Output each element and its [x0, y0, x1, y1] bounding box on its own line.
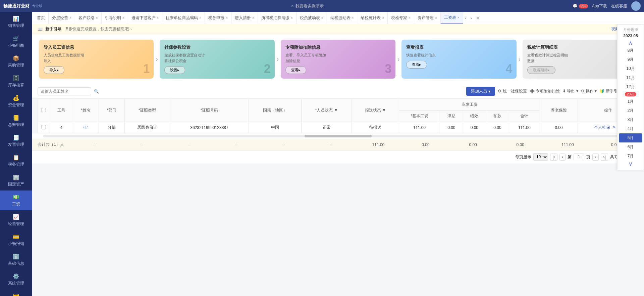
select-all-checkbox[interactable] [42, 108, 46, 112]
search-icon[interactable]: 🔍 [94, 89, 99, 94]
step1-title: 导入员工资信息 [44, 44, 149, 50]
month-item-6[interactable]: 6月 [619, 142, 642, 152]
user-avatar[interactable] [631, 1, 641, 11]
table-footer: 会计共（1）人 -- -- -- -- -- -- 111.00 0.00 0.… [32, 139, 644, 150]
month-item-3[interactable]: 3月 [619, 115, 642, 124]
tab-guide-intro[interactable]: 引导说明 × [102, 12, 128, 24]
tab-home[interactable]: 首页 [34, 12, 49, 24]
action-social-insurance[interactable]: ⚙ 统一社保设置 [498, 88, 527, 94]
tab-close-expert[interactable]: × [409, 16, 411, 20]
tab-close-payroll[interactable]: × [458, 16, 460, 19]
month-item-1[interactable]: 1月 [619, 97, 642, 106]
step1-btn[interactable]: 导入▸ [44, 66, 64, 74]
month-item-2[interactable]: 2月 [619, 106, 642, 115]
per-page-select[interactable]: 10 20 50 [533, 153, 548, 161]
month-prev-btn[interactable]: ∧ [629, 40, 633, 46]
tab-close-all-btn[interactable]: ✕ [474, 14, 481, 22]
tab-asset-mgmt[interactable]: 资产管理 × [414, 12, 441, 24]
app-download-link[interactable]: App下载 [592, 3, 607, 9]
tab-close-tax[interactable]: × [226, 16, 228, 20]
tab-tax-stats[interactable]: 纳税统计表 × [357, 12, 388, 24]
horizontal-scrollbar[interactable] [43, 135, 633, 137]
operations-icon: 📈 [13, 214, 19, 220]
tab-income-tax[interactable]: 所得税汇算清缴 × [258, 12, 297, 24]
row-performance: 0.00 [463, 122, 486, 133]
month-item-4[interactable]: 4月 [619, 124, 642, 133]
tab-customer[interactable]: 客户联络 × [75, 12, 102, 24]
sidebar-item-system[interactable]: ⚙️ 系统管理 [0, 270, 32, 290]
tab-tax-burden[interactable]: 税负波动表 × [297, 12, 327, 24]
step4-btn[interactable]: 查看▸ [406, 61, 427, 69]
tab-goods-code[interactable]: 往来单位商品编码 × [162, 12, 205, 24]
tab-close-asset[interactable]: × [435, 16, 437, 20]
sidebar-item-ecommerce[interactable]: 🛒 小畅电商 [0, 32, 32, 52]
action-operations[interactable]: ⚙ 操作 ▾ [581, 88, 597, 94]
month-item-8[interactable]: 8月 [619, 46, 642, 55]
purchase-icon: 📦 [13, 55, 19, 61]
tab-close-goods[interactable]: × [199, 16, 201, 20]
tab-invite[interactable]: 邀请下游客户 × [128, 12, 163, 24]
tab-next-btn[interactable]: › [469, 14, 474, 22]
add-staff-button[interactable]: 添加人员 ▾ [466, 87, 495, 96]
tab-close-income[interactable]: × [291, 16, 293, 20]
sidebar-item-basic-info[interactable]: ℹ️ 基础信息 [0, 250, 32, 270]
tab-tax-expert[interactable]: 税检专家 × [388, 12, 414, 24]
sidebar-item-cooperation[interactable]: 🤝 企业协同 [0, 290, 32, 296]
page-content: 📖 新手引导 5步快速完成设置，快去完善信息吧～ 视频 帮助 ✕ 导入员工资信息… [32, 24, 644, 296]
sidebar-item-purchase[interactable]: 📦 采购管理 [0, 52, 32, 72]
sidebar-item-invoice[interactable]: 🧾 发票管理 [0, 131, 32, 151]
month-item-10[interactable]: 10月 [619, 64, 642, 73]
tab-close-stats[interactable]: × [382, 16, 384, 20]
page-last-btn[interactable]: ›| [601, 154, 608, 161]
sidebar-item-reimbursement[interactable]: 💳 小畅报销 [0, 230, 32, 250]
action-personal-insurance[interactable]: 个人社保 [594, 125, 610, 130]
tab-close-layered[interactable]: × [69, 16, 71, 20]
th-nationality: 国籍（地区） [249, 99, 302, 122]
sidebar-item-assets[interactable]: 🏢 固定资产 [0, 171, 32, 191]
sidebar-item-ledger[interactable]: 📒 总账管理 [0, 111, 32, 131]
tab-close-wave[interactable]: × [352, 16, 354, 20]
step5-btn[interactable]: 敬请期待▸ [527, 66, 555, 74]
tab-tax-wave[interactable]: 纳税波动表 × [327, 12, 358, 24]
page-input[interactable] [574, 154, 584, 160]
invoice-icon: 🧾 [13, 134, 19, 141]
online-service-link[interactable]: 在线客服 [611, 3, 627, 9]
message-icon[interactable]: 💬 99+ [573, 4, 588, 8]
month-item-5[interactable]: 5月 [619, 133, 642, 142]
tab-layered[interactable]: 分层经营 × [49, 12, 75, 24]
month-next-btn[interactable]: ∨ [629, 161, 633, 167]
sidebar-item-payroll[interactable]: 💵 工资 [0, 191, 32, 210]
month-item-11[interactable]: 11月 [619, 73, 642, 82]
action-special-deduction[interactable]: ➕ 专项附加扣除 [530, 88, 560, 94]
sidebar-item-operations[interactable]: 📈 经营管理 [0, 210, 32, 230]
tab-payroll[interactable]: 工资表 × [441, 12, 463, 24]
month-item-9[interactable]: 9月 [619, 55, 642, 64]
row-select-checkbox[interactable] [42, 125, 46, 129]
tab-prev-btn[interactable]: ‹ [463, 14, 469, 22]
page-first-btn[interactable]: |‹ [550, 154, 557, 161]
tab-close-clearance[interactable]: × [252, 16, 254, 20]
tab-close-guide[interactable]: × [122, 16, 124, 20]
tab-clearance[interactable]: 进入清册 × [231, 12, 258, 24]
page-prev-btn[interactable]: ‹ [559, 154, 566, 161]
page-next-btn[interactable]: › [592, 154, 598, 161]
tab-close-customer[interactable]: × [96, 16, 98, 20]
demo-link[interactable]: 我要看实例演示 [296, 3, 324, 9]
sidebar-item-finance[interactable]: 💰 资金管理 [0, 91, 32, 111]
action-export[interactable]: ⬇ 导出 ▾ [562, 88, 578, 94]
inventory-icon: 🗄️ [13, 75, 19, 81]
step2-btn[interactable]: 设置▸ [164, 66, 185, 74]
sidebar-item-tax[interactable]: 📋 税务管理 [0, 151, 32, 171]
tab-tax-report[interactable]: 税务申报 × [205, 12, 231, 24]
tab-close-invite[interactable]: × [157, 16, 159, 20]
action-edit[interactable]: ✎ [612, 125, 616, 130]
tab-close-burden[interactable]: × [321, 16, 323, 20]
month-item-12[interactable]: 12月 [619, 82, 642, 91]
footer-col6: -- [307, 142, 355, 147]
sidebar-item-inventory[interactable]: 🗄️ 库存核算 [0, 72, 32, 91]
month-item-7[interactable]: 7月 [619, 152, 642, 161]
scroll-thumb[interactable] [305, 135, 372, 137]
search-input[interactable] [38, 87, 91, 95]
step3-btn[interactable]: 查看▸ [285, 66, 306, 74]
sidebar-item-sales[interactable]: 📊 销售管理 [0, 12, 32, 32]
